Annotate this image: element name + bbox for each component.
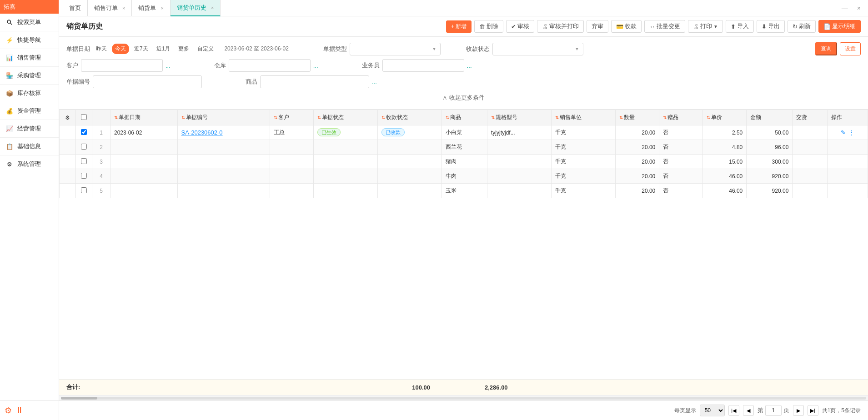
td-checkbox[interactable] [76,184,92,198]
sort-gift-icon: ⇅ [663,115,667,120]
window-min-btn[interactable]: — [838,4,852,13]
th-qty[interactable]: ⇅数量 [616,110,659,125]
date-btn-today[interactable]: 今天 [112,44,129,54]
goods-ellipsis[interactable]: ... [372,79,377,85]
row-checkbox[interactable] [81,144,87,150]
th-checkbox[interactable] [76,110,92,125]
more-action-icon[interactable]: ⋮ [848,129,854,136]
sidebar-item-inventory[interactable]: 📦 库存核算 [0,85,59,102]
date-btn-custom[interactable]: 自定义 [194,44,217,54]
horizontal-scrollbar[interactable] [59,395,868,400]
td-checkbox[interactable] [76,140,92,155]
query-button[interactable]: 查询 [815,42,837,55]
settings-bottom-icon[interactable]: ⚙ [5,405,12,415]
collapse-label: ∧ 收起更多条件 [442,94,485,102]
tab-sales-goods[interactable]: 销货单 × [132,0,170,16]
row-checkbox[interactable] [81,173,87,179]
first-page-btn[interactable]: |◀ [728,405,739,416]
td-checkbox[interactable] [76,155,92,169]
audit-print-button[interactable]: 🖨 审核并打印 [537,20,584,33]
print-dropdown-icon[interactable]: ▼ [713,24,718,29]
td-checkbox[interactable] [76,125,92,140]
show-detail-button[interactable]: 📄 显示明细 [818,20,861,33]
date-btn-yesterday[interactable]: 昨天 [93,44,110,54]
th-settings[interactable]: ⚙ [60,110,76,125]
scrollbar-thumb[interactable] [61,397,97,400]
sidebar-item-sales[interactable]: 📊 销售管理 [0,49,59,67]
doc-type-select[interactable]: ▼ [350,43,441,55]
doc-no-link[interactable]: SA-20230602-0 [181,129,223,136]
payment-status-badge: 已收款 [381,128,405,136]
tab-home[interactable]: 首页 [63,0,88,16]
sidebar-item-purchase[interactable]: 🏪 采购管理 [0,67,59,85]
print-button[interactable]: 🖨 打印 ▼ [688,20,723,33]
date-btn-1month[interactable]: 近1月 [153,44,174,54]
td-amount: 96.00 [747,140,793,155]
th-unit-price[interactable]: ⇅单价 [703,110,747,125]
th-payment-status[interactable]: ⇅收款状态 [378,110,442,125]
batch-change-button[interactable]: ↔ 批量变更 [644,20,685,33]
export-button[interactable]: ⬇ 导出 [757,20,785,33]
date-btn-7days[interactable]: 近7天 [131,44,151,54]
row-checkbox[interactable] [81,129,87,135]
collapse-bar[interactable]: ∧ 收起更多条件 [66,92,861,104]
customer-input[interactable] [81,59,163,72]
tab-sales-goods-label: 销货单 [138,4,156,12]
edit-icon[interactable]: ✎ [841,129,846,136]
td-payment-status: 已收款 [378,125,442,140]
sidebar-item-base-info[interactable]: 📋 基础信息 [0,138,59,155]
page-number-input[interactable] [765,405,782,416]
sidebar-item-operations[interactable]: 📈 经营管理 [0,120,59,138]
doc-no-input[interactable] [93,75,202,88]
customer-ellipsis[interactable]: ... [166,62,171,69]
staff-input[interactable] [382,59,464,72]
tab-sales-history[interactable]: 销货单历史 × [171,0,221,16]
td-gift: 否 [659,125,703,140]
close-sales-history-icon[interactable]: × [211,5,214,10]
delete-button[interactable]: 🗑 删除 [474,20,503,33]
settings-filter-button[interactable]: 设置 [840,42,861,55]
sidebar-item-quick-nav[interactable]: ⚡ 快捷导航 [0,31,59,49]
pause-icon[interactable]: ⏸ [15,405,24,415]
th-customer[interactable]: ⇅客户 [270,110,313,125]
td-goods: 猪肉 [442,155,487,169]
import-button[interactable]: ⬆ 导入 [726,20,754,33]
th-goods[interactable]: ⇅商品 [442,110,487,125]
close-sales-order-icon[interactable]: × [122,5,125,11]
select-all-checkbox[interactable] [81,114,87,120]
td-unit: 千克 [552,125,616,140]
new-button[interactable]: + 新增 [446,20,472,33]
td-payment-status [378,184,442,198]
staff-ellipsis[interactable]: ... [467,62,472,69]
last-page-btn[interactable]: ▶| [808,405,818,416]
refresh-button[interactable]: ↻ 刷新 [788,20,816,33]
th-spec[interactable]: ⇅规格型号 [487,110,551,125]
collect-button[interactable]: 💳 收款 [611,20,642,33]
th-gift[interactable]: ⇅赠品 [659,110,703,125]
sort-spec-icon: ⇅ [491,115,495,120]
sidebar-item-finance[interactable]: 💰 资金管理 [0,102,59,120]
row-checkbox[interactable] [81,158,87,164]
prev-page-btn[interactable]: ◀ [743,405,754,416]
window-close-btn[interactable]: × [853,4,864,13]
sidebar-item-sys-mgmt[interactable]: ⚙ 系统管理 [0,155,59,173]
abandon-button[interactable]: 弃审 [587,20,608,33]
audit-button[interactable]: ✔ 审核 [506,20,534,33]
goods-input[interactable] [260,75,369,88]
date-btn-more[interactable]: 更多 [175,44,192,54]
next-page-btn[interactable]: ▶ [793,405,804,416]
th-doc-status[interactable]: ⇅单据状态 [313,110,377,125]
th-date[interactable]: ⇅单据日期 [110,110,178,125]
tab-sales-order[interactable]: 销售订单 × [88,0,132,16]
warehouse-input[interactable] [229,59,311,72]
row-checkbox[interactable] [81,187,87,193]
refresh-icon: ↻ [793,23,798,30]
sidebar-item-search-menu[interactable]: 搜索菜单 [0,14,59,31]
payment-status-select[interactable]: ▼ [492,43,583,55]
th-unit[interactable]: ⇅销售单位 [552,110,616,125]
close-sales-goods-icon[interactable]: × [161,5,163,11]
warehouse-ellipsis[interactable]: ... [313,62,318,69]
td-checkbox[interactable] [76,169,92,184]
th-doc-no[interactable]: ⇅单据编号 [177,110,270,125]
per-page-select[interactable]: 50 100 200 [700,405,725,416]
